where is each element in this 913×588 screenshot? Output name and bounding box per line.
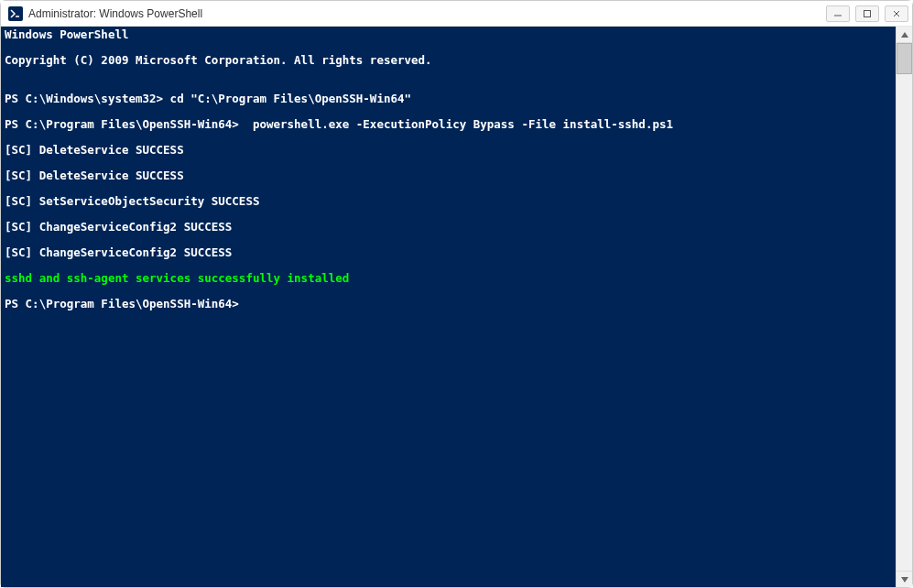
powershell-icon bbox=[8, 6, 23, 21]
terminal-line: [SC] ChangeServiceConfig2 SUCCESS bbox=[5, 246, 892, 259]
svg-rect-3 bbox=[864, 10, 871, 16]
window-title: Administrator: Windows PowerShell bbox=[28, 7, 826, 20]
window-controls bbox=[826, 5, 908, 22]
scroll-up-button[interactable] bbox=[897, 27, 912, 43]
svg-marker-7 bbox=[901, 577, 908, 583]
terminal-line: Copyright (C) 2009 Microsoft Corporation… bbox=[5, 54, 892, 67]
terminal-line: PS C:\Program Files\OpenSSH-Win64> power… bbox=[5, 118, 892, 131]
terminal-line: [SC] DeleteService SUCCESS bbox=[5, 169, 892, 182]
terminal-output[interactable]: Windows PowerShell Copyright (C) 2009 Mi… bbox=[1, 27, 896, 587]
powershell-window: Administrator: Windows PowerShell Window… bbox=[0, 0, 913, 588]
vertical-scrollbar[interactable] bbox=[896, 27, 912, 587]
svg-marker-6 bbox=[901, 32, 908, 38]
terminal-line: sshd and ssh-agent services successfully… bbox=[5, 272, 892, 285]
titlebar[interactable]: Administrator: Windows PowerShell bbox=[1, 1, 912, 27]
terminal-line: Windows PowerShell bbox=[5, 28, 892, 41]
scroll-thumb[interactable] bbox=[897, 43, 912, 74]
maximize-button[interactable] bbox=[855, 5, 879, 22]
terminal-line: [SC] DeleteService SUCCESS bbox=[5, 144, 892, 157]
terminal-line: PS C:\Program Files\OpenSSH-Win64> bbox=[5, 298, 892, 310]
terminal-line: PS C:\Windows\system32> cd "C:\Program F… bbox=[5, 93, 892, 105]
terminal-line: [SC] ChangeServiceConfig2 SUCCESS bbox=[5, 221, 892, 234]
close-button[interactable] bbox=[885, 5, 908, 22]
scroll-down-button[interactable] bbox=[897, 571, 912, 587]
terminal-container: Windows PowerShell Copyright (C) 2009 Mi… bbox=[1, 27, 912, 587]
minimize-button[interactable] bbox=[826, 5, 850, 22]
terminal-line: [SC] SetServiceObjectSecurity SUCCESS bbox=[5, 195, 892, 208]
